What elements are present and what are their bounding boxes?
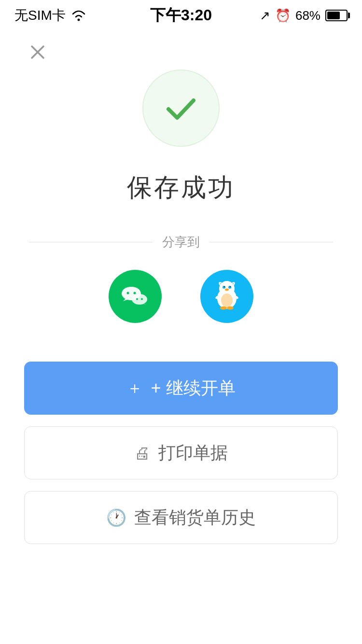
success-circle — [142, 70, 220, 147]
wechat-share-button[interactable] — [109, 270, 162, 323]
share-icons — [109, 270, 253, 323]
success-title: 保存成功 — [127, 171, 235, 205]
share-divider: 分享到 — [0, 234, 362, 251]
history-button[interactable]: 🕐 查看销货单历史 — [24, 491, 338, 544]
svg-point-5 — [127, 292, 129, 294]
status-time: 下午3:20 — [150, 5, 212, 26]
status-bar: 无SIM卡 下午3:20 ↗ ⏰ 68% — [0, 0, 362, 31]
svg-point-0 — [77, 19, 80, 21]
continue-button[interactable]: ＋ + 继续开单 — [24, 362, 338, 415]
svg-point-17 — [220, 307, 227, 310]
status-left: 无SIM卡 — [14, 6, 87, 25]
print-label: 打印单据 — [158, 441, 228, 465]
svg-point-14 — [230, 286, 231, 287]
svg-point-6 — [134, 292, 136, 294]
svg-point-12 — [228, 286, 231, 289]
qq-icon — [211, 280, 242, 313]
printer-icon: 🖨 — [134, 444, 151, 462]
wechat-icon — [119, 283, 151, 310]
checkmark-icon — [162, 89, 200, 127]
continue-label: + 继续开单 — [151, 377, 235, 400]
main-content: 保存成功 分享到 — [0, 31, 362, 544]
divider-line-right — [209, 242, 333, 242]
alarm-icon: ⏰ — [275, 8, 291, 23]
svg-point-18 — [227, 307, 234, 310]
share-label: 分享到 — [153, 234, 209, 251]
svg-point-11 — [223, 286, 225, 289]
close-icon — [29, 43, 46, 61]
close-button[interactable] — [24, 39, 51, 66]
qq-share-button[interactable] — [200, 270, 253, 323]
svg-point-15 — [225, 289, 229, 291]
divider-line-left — [29, 242, 153, 242]
battery-icon — [325, 10, 348, 21]
svg-point-13 — [224, 286, 225, 287]
action-buttons: ＋ + 继续开单 🖨 打印单据 🕐 查看销货单历史 — [0, 362, 362, 544]
svg-point-4 — [132, 294, 147, 305]
location-icon: ↗ — [260, 8, 270, 23]
carrier-text: 无SIM卡 — [14, 6, 66, 25]
history-icon: 🕐 — [106, 508, 126, 527]
svg-point-7 — [136, 298, 138, 300]
wifi-icon — [70, 9, 87, 22]
plus-icon: ＋ — [126, 377, 143, 399]
battery-text: 68% — [295, 8, 320, 23]
status-right: ↗ ⏰ 68% — [260, 8, 348, 23]
svg-point-16 — [221, 294, 233, 307]
print-button[interactable]: 🖨 打印单据 — [24, 426, 338, 479]
svg-point-8 — [141, 298, 143, 300]
history-label: 查看销货单历史 — [134, 506, 256, 530]
